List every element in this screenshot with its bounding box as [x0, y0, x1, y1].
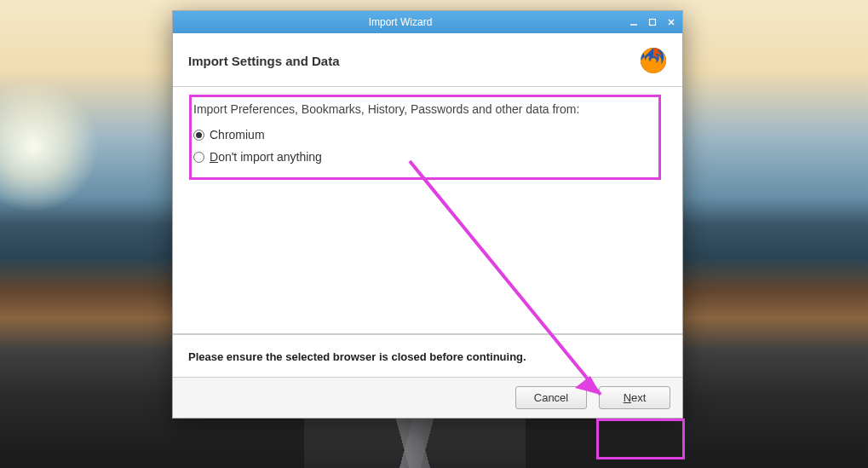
dialog-heading: Import Settings and Data	[188, 54, 340, 68]
dialog-body: Import Preferences, Bookmarks, History, …	[173, 87, 682, 334]
import-prompt: Import Preferences, Bookmarks, History, …	[193, 102, 662, 116]
svg-rect-1	[650, 20, 656, 26]
titlebar[interactable]: Import Wizard	[173, 11, 682, 33]
dialog-header: Import Settings and Data	[173, 33, 682, 87]
radio-label: Don't import anything	[210, 150, 322, 164]
radio-label: Chromium	[210, 128, 265, 142]
cancel-button[interactable]: Cancel	[515, 386, 587, 409]
close-button[interactable]	[665, 16, 677, 28]
import-wizard-window: Import Wizard Import Settings and Data I…	[172, 10, 683, 419]
dialog-content: Import Settings and Data Import Preferen…	[173, 33, 682, 418]
minimize-button[interactable]	[628, 16, 640, 28]
close-icon	[667, 18, 675, 26]
window-controls	[628, 16, 677, 28]
minimize-icon	[629, 18, 638, 26]
maximize-button[interactable]	[647, 16, 658, 28]
radio-icon	[193, 130, 204, 141]
maximize-icon	[648, 18, 657, 26]
radio-icon	[193, 152, 204, 163]
radio-option-dont-import[interactable]: Don't import anything	[193, 150, 662, 164]
next-button[interactable]: Next	[599, 386, 670, 409]
firefox-icon	[638, 45, 669, 76]
warning-text: Please ensure the selected browser is cl…	[173, 334, 682, 377]
dialog-footer: Cancel Next	[173, 377, 682, 418]
radio-option-chromium[interactable]: Chromium	[193, 128, 662, 142]
window-title: Import Wizard	[173, 16, 628, 28]
